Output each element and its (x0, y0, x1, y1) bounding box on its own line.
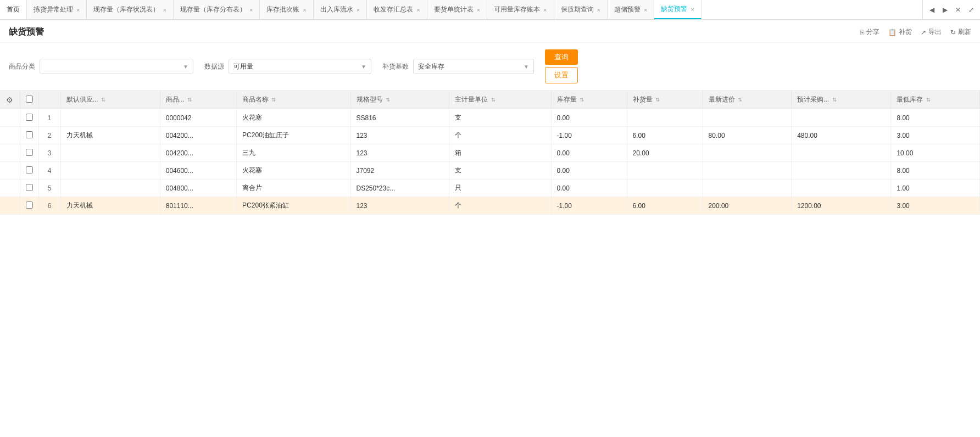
refresh-button[interactable]: ↻ 刷新 (950, 27, 971, 37)
select-all-checkbox[interactable] (26, 96, 33, 103)
row-name: PC200油缸庄子 (237, 127, 350, 144)
row-spec: J7092 (350, 162, 449, 180)
row-checkbox[interactable] (26, 131, 33, 138)
query-button[interactable]: 查询 (545, 49, 578, 65)
row-checkbox[interactable] (26, 149, 33, 156)
filter-bar: 商品分类 ▼ 数据源 可用量 ▼ 补货基数 安全库存 ▼ 查询 设置 (0, 43, 980, 91)
row-checkbox[interactable] (26, 201, 33, 209)
row-unit: 个 (449, 197, 551, 215)
row-stock: 0.00 (551, 109, 627, 127)
tab-expiry-query-close[interactable]: × (597, 7, 600, 13)
replenish-base-filter-group: 补货基数 安全库存 ▼ (382, 59, 534, 74)
row-spec: SS816 (350, 109, 449, 127)
tab-home[interactable]: 首页 (0, 0, 27, 19)
tab-inout-flow[interactable]: 出入库流水 × (314, 0, 367, 19)
col-latest-price-label: 最新进价 (709, 96, 735, 103)
row-unit: 支 (449, 162, 551, 180)
row-code: 0000042 (160, 109, 236, 127)
row-settings-cell (0, 144, 20, 162)
tab-demand-stats-close[interactable]: × (477, 7, 480, 13)
row-name: 离合片 (237, 180, 350, 197)
share-button[interactable]: ⎘ 分享 (860, 27, 879, 37)
col-name-sort[interactable]: ⇅ (271, 97, 276, 103)
tab-abnormal[interactable]: 拣货异常处理 × (27, 0, 87, 19)
tab-inventory-dist-close[interactable]: × (249, 7, 253, 13)
category-select-arrow: ▼ (183, 64, 188, 70)
tab-expiry-query[interactable]: 保质期查询 × (554, 0, 608, 19)
col-replenish[interactable]: 补货量 ⇅ (627, 91, 703, 109)
col-min-stock[interactable]: 最低库存 ⇅ (891, 91, 980, 109)
page-header: 缺货预警 ⎘ 分享 📋 补货 ↗ 导出 ↻ 刷新 (0, 20, 980, 43)
tab-batch-account[interactable]: 库存批次账 × (260, 0, 313, 19)
col-name[interactable]: 商品名称 ⇅ (237, 91, 350, 109)
col-stock-sort[interactable]: ⇅ (580, 97, 584, 103)
col-unit-sort[interactable]: ⇅ (491, 97, 495, 103)
row-checkbox-cell[interactable] (20, 109, 38, 127)
row-checkbox[interactable] (26, 166, 33, 173)
category-select[interactable]: ▼ (40, 59, 193, 74)
row-checkbox-cell[interactable] (20, 162, 38, 180)
replenish-button[interactable]: 📋 补货 (888, 27, 912, 37)
replenish-base-select[interactable]: 安全库存 ▼ (413, 59, 534, 74)
datasource-select-text: 可用量 (233, 62, 361, 71)
datasource-select[interactable]: 可用量 ▼ (229, 59, 371, 74)
tab-overstock[interactable]: 超储预警 × (608, 0, 654, 19)
row-checkbox[interactable] (26, 184, 33, 191)
table-row: 3 004200... 三九 123 箱 0.00 20.00 10.00 (0, 144, 980, 162)
tab-shortage-close[interactable]: × (691, 6, 694, 13)
col-unit-label: 主计量单位 (455, 96, 488, 103)
tab-batch-account-close[interactable]: × (303, 7, 306, 13)
row-checkbox-cell[interactable] (20, 144, 38, 162)
tab-close-all-button[interactable]: ✕ (951, 3, 965, 16)
tab-inventory-dist[interactable]: 现存量（库存分布表） × (174, 0, 260, 19)
row-checkbox-cell[interactable] (20, 180, 38, 197)
replenish-icon: 📋 (888, 29, 897, 36)
col-est-purchase[interactable]: 预计采购... ⇅ (792, 91, 891, 109)
tab-collect-summary[interactable]: 收发存汇总表 × (367, 0, 427, 19)
col-settings[interactable]: ⚙ (0, 91, 20, 109)
row-checkbox[interactable] (26, 114, 33, 121)
col-est-purchase-sort[interactable]: ⇅ (832, 97, 837, 103)
col-spec[interactable]: 规格型号 ⇅ (350, 91, 449, 109)
export-icon: ↗ (921, 29, 926, 36)
tab-fullscreen-button[interactable]: ⤢ (965, 3, 978, 16)
col-supplier-sort[interactable]: ⇅ (101, 97, 105, 103)
col-code[interactable]: 商品... ⇅ (160, 91, 236, 109)
gear-icon[interactable]: ⚙ (6, 96, 13, 104)
export-button[interactable]: ↗ 导出 (921, 27, 942, 37)
row-num: 6 (38, 197, 60, 215)
col-code-sort[interactable]: ⇅ (187, 97, 192, 103)
row-latest-price (703, 162, 792, 180)
row-replenish: 6.00 (627, 127, 703, 144)
col-supplier[interactable]: 默认供应... ⇅ (60, 91, 160, 109)
row-spec: 123 (350, 144, 449, 162)
tab-demand-stats[interactable]: 要货单统计表 × (427, 0, 487, 19)
row-num: 2 (38, 127, 60, 144)
row-settings-cell (0, 127, 20, 144)
col-checkbox[interactable] (20, 91, 38, 109)
row-supplier (60, 162, 160, 180)
tab-prev-button[interactable]: ◀ (925, 3, 938, 16)
col-latest-price[interactable]: 最新进价 ⇅ (703, 91, 792, 109)
settings-button[interactable]: 设置 (545, 67, 578, 83)
tab-collect-summary-close[interactable]: × (416, 7, 420, 13)
tab-inventory-status[interactable]: 现存量（库存状况表） × (87, 0, 173, 19)
col-stock[interactable]: 库存量 ⇅ (551, 91, 627, 109)
row-code: 004200... (160, 144, 236, 162)
col-latest-price-sort[interactable]: ⇅ (738, 97, 742, 103)
tab-inout-flow-close[interactable]: × (357, 7, 360, 13)
col-min-stock-sort[interactable]: ⇅ (926, 97, 931, 103)
row-checkbox-cell[interactable] (20, 197, 38, 215)
tab-available-ledger-close[interactable]: × (543, 7, 547, 13)
tab-overstock-close[interactable]: × (644, 7, 647, 13)
col-replenish-sort[interactable]: ⇅ (655, 97, 660, 103)
tab-next-button[interactable]: ▶ (938, 3, 951, 16)
tab-inventory-status-close[interactable]: × (163, 7, 166, 13)
tab-abnormal-close[interactable]: × (76, 7, 80, 13)
col-unit[interactable]: 主计量单位 ⇅ (449, 91, 551, 109)
col-spec-sort[interactable]: ⇅ (386, 97, 390, 103)
tab-shortage[interactable]: 缺货预警 × (654, 0, 701, 19)
tab-available-ledger[interactable]: 可用量库存账本 × (487, 0, 554, 19)
row-checkbox-cell[interactable] (20, 127, 38, 144)
filter-right-buttons: 查询 设置 (545, 49, 578, 83)
